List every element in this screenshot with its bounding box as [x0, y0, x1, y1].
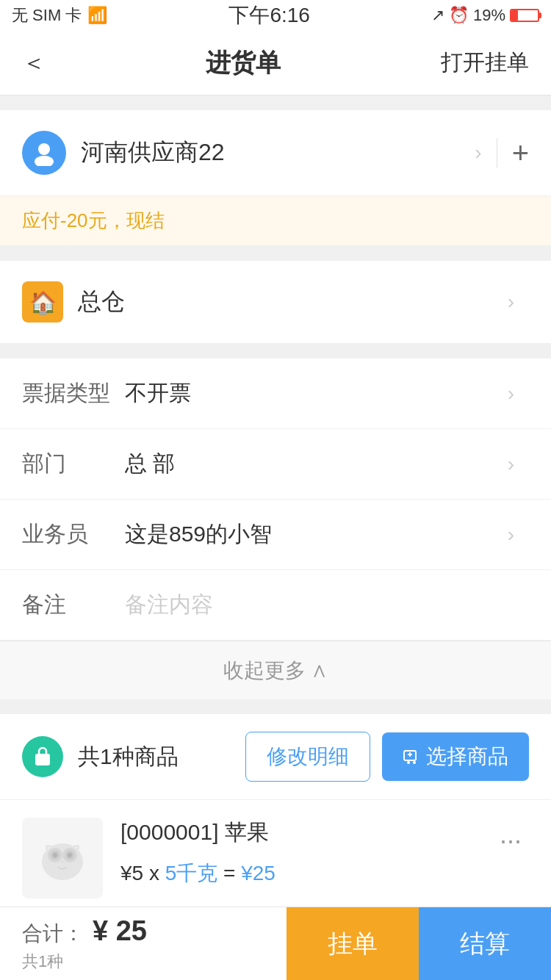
- supplier-section: 河南供应商22 › + 应付-20元，现结: [0, 110, 551, 246]
- open-pending-button[interactable]: 打开挂单: [441, 48, 529, 78]
- invoice-value: 不开票: [110, 378, 508, 408]
- invoice-row[interactable]: 票据类型 不开票 ›: [0, 359, 551, 429]
- total-row: 合计： ¥ 25: [22, 915, 264, 948]
- svg-point-4: [407, 761, 410, 764]
- invoice-chevron-icon: ›: [508, 382, 514, 406]
- remark-input[interactable]: 备注内容: [110, 590, 529, 620]
- status-bar: 无 SIM 卡 📶 下午6:16 ↗ ⏰ 19%: [0, 0, 551, 31]
- warehouse-icon: 🏠: [22, 281, 63, 323]
- select-product-button[interactable]: 选择商品: [382, 732, 529, 781]
- remark-label: 备注: [22, 590, 110, 620]
- product-qty: 5千克: [165, 862, 218, 884]
- warehouse-section: 🏠 总仓 ›: [0, 261, 551, 344]
- product-name: [0000001] 苹果: [120, 818, 492, 848]
- supplier-row[interactable]: 河南供应商22 › +: [0, 110, 551, 196]
- person-icon: [31, 140, 57, 166]
- nav-bar: ＜ 进货单 打开挂单: [0, 31, 551, 96]
- section-gap-2: [0, 246, 551, 261]
- add-supplier-button[interactable]: +: [512, 138, 529, 167]
- section-gap-3: [0, 344, 551, 359]
- checkout-button[interactable]: 结算: [419, 907, 551, 980]
- select-product-label: 选择商品: [426, 743, 508, 771]
- hang-order-button[interactable]: 挂单: [287, 907, 419, 980]
- product-title: 苹果: [225, 820, 269, 844]
- form-section: 票据类型 不开票 › 部门 总 部 › 业务员 这是859的小智 › 备注 备注…: [0, 359, 551, 699]
- warehouse-chevron-icon: ›: [508, 290, 514, 314]
- svg-point-12: [68, 853, 72, 857]
- dept-value: 总 部: [110, 449, 508, 479]
- carrier-label: 无 SIM 卡: [12, 4, 82, 26]
- product-info: [0000001] 苹果 ¥5 x 5千克 = ¥25: [120, 818, 492, 887]
- staff-value: 这是859的小智: [110, 519, 508, 550]
- edit-detail-button[interactable]: 修改明细: [245, 732, 370, 782]
- back-button[interactable]: ＜: [22, 47, 46, 79]
- footer-total: 合计： ¥ 25 共1种: [0, 907, 287, 980]
- invoice-label: 票据类型: [22, 378, 110, 408]
- battery-percent: 19%: [473, 6, 505, 25]
- warehouse-row[interactable]: 🏠 总仓 ›: [0, 261, 551, 344]
- product-total: ¥25: [241, 862, 276, 884]
- total-sub: 共1种: [22, 951, 264, 973]
- supplier-divider: [497, 138, 497, 167]
- product-bag-icon: [22, 736, 63, 777]
- total-label: 合计：: [22, 920, 84, 948]
- dept-row[interactable]: 部门 总 部 ›: [0, 429, 551, 500]
- bag-svg: [31, 745, 54, 768]
- product-header: 共1种商品 修改明细 选择商品: [0, 714, 551, 800]
- status-right: ↗ ⏰ 19%: [431, 6, 539, 25]
- product-item: [0000001] 苹果 ¥5 x 5千克 = ¥25 ···: [0, 800, 551, 917]
- warehouse-name: 总仓: [78, 286, 508, 318]
- location-icon: ↗: [431, 6, 444, 25]
- status-left: 无 SIM 卡 📶: [12, 4, 107, 26]
- owl-logo-svg: [33, 829, 92, 887]
- cart-icon: [403, 748, 420, 765]
- section-gap-4: [0, 699, 551, 714]
- dept-chevron-icon: ›: [508, 453, 514, 476]
- warning-banner: 应付-20元，现结: [0, 196, 551, 246]
- supplier-avatar: [22, 131, 66, 175]
- collapse-button[interactable]: 收起更多 ∧: [0, 641, 551, 699]
- product-section: 共1种商品 修改明细 选择商品: [0, 714, 551, 917]
- supplier-chevron-icon: ›: [475, 141, 481, 165]
- unit-price: ¥5 x: [120, 862, 165, 884]
- product-more-button[interactable]: ···: [492, 818, 529, 863]
- price-eq: =: [217, 862, 241, 884]
- battery-icon: [510, 9, 539, 22]
- status-time: 下午6:16: [228, 1, 310, 29]
- section-gap-1: [0, 96, 551, 110]
- remark-row[interactable]: 备注 备注内容: [0, 570, 551, 641]
- svg-point-5: [413, 761, 416, 764]
- alarm-icon: ⏰: [449, 6, 469, 25]
- product-count-label: 共1种商品: [78, 742, 245, 772]
- house-icon: 🏠: [29, 289, 57, 315]
- collapse-label: 收起更多 ∧: [223, 657, 328, 685]
- product-thumbnail: [22, 818, 103, 898]
- product-code: [0000001]: [120, 820, 225, 844]
- svg-point-1: [35, 156, 54, 166]
- wifi-icon: 📶: [87, 6, 107, 25]
- svg-point-11: [53, 853, 57, 857]
- staff-row[interactable]: 业务员 这是859的小智 ›: [0, 500, 551, 570]
- svg-point-0: [38, 143, 50, 155]
- product-price-row: ¥5 x 5千克 = ¥25: [120, 860, 492, 887]
- staff-chevron-icon: ›: [508, 523, 514, 547]
- total-amount: ¥ 25: [93, 915, 147, 947]
- supplier-name: 河南供应商22: [81, 137, 475, 169]
- staff-label: 业务员: [22, 519, 110, 550]
- footer: 合计： ¥ 25 共1种 挂单 结算: [0, 907, 551, 980]
- page-title: 进货单: [206, 46, 281, 80]
- svg-rect-2: [35, 754, 50, 765]
- dept-label: 部门: [22, 449, 110, 479]
